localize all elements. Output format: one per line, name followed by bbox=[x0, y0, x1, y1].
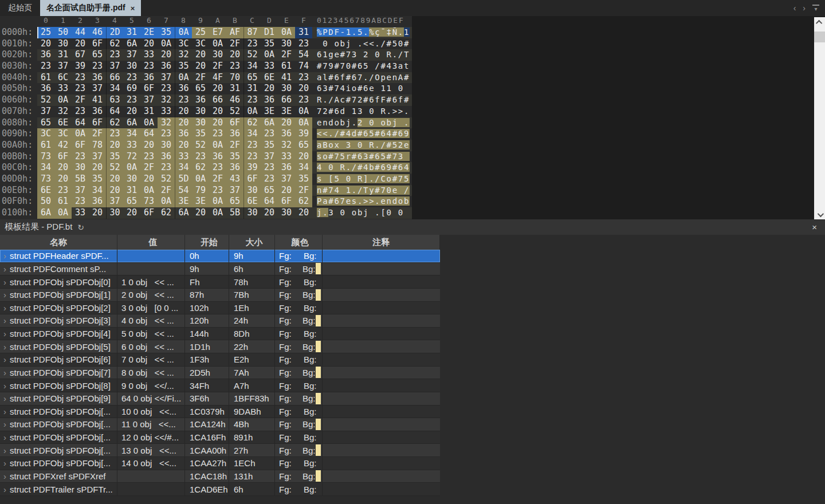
hex-byte[interactable]: 64 bbox=[261, 196, 278, 207]
hex-byte[interactable]: 37 bbox=[158, 72, 175, 84]
expand-chevron-icon[interactable]: › bbox=[0, 432, 10, 442]
hex-byte[interactable]: 30 bbox=[192, 117, 209, 129]
hex-byte[interactable]: 23 bbox=[89, 61, 106, 72]
hex-byte[interactable]: 3E bbox=[278, 106, 295, 117]
hex-byte[interactable]: 0A bbox=[243, 106, 261, 117]
hex-byte[interactable]: 23 bbox=[72, 196, 89, 207]
hex-byte[interactable]: 44 bbox=[72, 27, 89, 38]
hex-byte[interactable]: 73 bbox=[140, 196, 158, 207]
hex-byte[interactable]: 0A bbox=[209, 38, 226, 50]
ascii-text[interactable]: #79#70#65 /#43at bbox=[317, 61, 410, 72]
hex-byte[interactable]: 23 bbox=[295, 94, 312, 106]
table-row[interactable]: ›struct PDFTrailer sPDFTr...1CAD6Eh6hFg:… bbox=[0, 483, 440, 496]
scroll-down-button[interactable] bbox=[814, 210, 825, 219]
hex-byte[interactable]: 33 bbox=[72, 207, 89, 219]
hex-byte[interactable]: 23 bbox=[158, 83, 175, 94]
table-row[interactable]: ›struct PDFComment sP...9h6hFg:Bg: bbox=[0, 263, 440, 276]
table-row[interactable]: ›struct PDFObj sPDFObj[...11 0 obj <<...… bbox=[0, 418, 440, 431]
hex-byte[interactable]: 20 bbox=[278, 185, 295, 196]
hex-byte[interactable]: 6F bbox=[140, 207, 158, 219]
hex-byte[interactable]: 34 bbox=[123, 128, 140, 140]
hex-byte[interactable]: 35 bbox=[175, 61, 192, 72]
hex-row[interactable]: 0050h:3633233734696F23366520313120302063… bbox=[0, 83, 412, 94]
hex-byte[interactable]: 20 bbox=[140, 140, 158, 151]
ascii-text[interactable]: 61ge#73 2 0 R./T bbox=[317, 49, 410, 61]
hex-byte[interactable]: 62 bbox=[158, 207, 175, 219]
nav-back-icon[interactable]: ‹ bbox=[793, 3, 796, 13]
hex-byte[interactable]: 33 bbox=[175, 151, 192, 163]
hex-byte[interactable]: 2F bbox=[140, 162, 158, 174]
hex-byte[interactable]: 5D bbox=[175, 174, 192, 185]
hex-byte[interactable]: 23 bbox=[295, 38, 312, 50]
hex-byte[interactable]: 36 bbox=[192, 94, 209, 106]
hex-byte[interactable]: 3E bbox=[192, 196, 209, 207]
hex-byte[interactable]: 3C bbox=[175, 38, 192, 50]
hex-byte[interactable]: 30 bbox=[243, 185, 261, 196]
hex-byte[interactable]: 36 bbox=[37, 49, 54, 61]
hex-byte[interactable]: 0A bbox=[140, 117, 158, 129]
hex-byte[interactable]: 23 bbox=[72, 151, 89, 163]
column-header-5[interactable]: 注释 bbox=[323, 235, 440, 250]
hex-byte[interactable]: 23 bbox=[243, 94, 261, 106]
scroll-up-button[interactable] bbox=[814, 17, 825, 27]
hex-byte[interactable]: 23 bbox=[261, 128, 278, 140]
table-row[interactable]: ›struct PDFObj sPDFObj[4]5 0 obj << ...1… bbox=[0, 328, 440, 341]
hex-byte[interactable]: 65 bbox=[123, 196, 140, 207]
hex-byte[interactable]: 64 bbox=[106, 106, 123, 117]
hex-byte[interactable]: 30 bbox=[123, 61, 140, 72]
nav-forward-icon[interactable]: › bbox=[803, 3, 806, 13]
hex-byte[interactable]: 52 bbox=[226, 106, 243, 117]
expand-chevron-icon[interactable]: › bbox=[0, 458, 10, 468]
hex-byte[interactable]: 31 bbox=[54, 49, 72, 61]
column-header-4[interactable]: 颜色 bbox=[275, 235, 323, 250]
hex-byte[interactable]: 6F bbox=[278, 196, 295, 207]
hex-byte[interactable]: 33 bbox=[123, 140, 140, 151]
hex-byte[interactable]: 36 bbox=[209, 151, 226, 163]
hex-byte[interactable]: 23 bbox=[123, 94, 140, 106]
hex-byte[interactable]: 23 bbox=[54, 185, 72, 196]
hex-byte[interactable]: 6F bbox=[140, 83, 158, 94]
hex-byte[interactable]: 36 bbox=[158, 61, 175, 72]
hex-byte[interactable]: 0A bbox=[261, 49, 278, 61]
hex-byte[interactable]: 50 bbox=[54, 27, 72, 38]
hex-byte[interactable]: 3C bbox=[192, 38, 209, 50]
hex-byte[interactable]: 2F bbox=[278, 49, 295, 61]
hex-row[interactable]: 00E0h:6E23373420310A2F547923373065202Fn#… bbox=[0, 185, 412, 196]
hex-byte[interactable]: 36 bbox=[278, 162, 295, 174]
hex-byte[interactable]: 78 bbox=[89, 140, 106, 151]
hex-byte[interactable]: 65 bbox=[261, 185, 278, 196]
hex-row[interactable]: 0000h:255044462D312E350A25E7AF87D10A31%P… bbox=[0, 27, 412, 38]
column-header-2[interactable]: 开始 bbox=[185, 235, 229, 250]
hex-row[interactable]: 0080h:656E646F626A0A322030206F626A200Aen… bbox=[0, 117, 412, 129]
ascii-text[interactable]: R./Ac#72#6fF#6f# bbox=[317, 94, 410, 106]
hex-byte[interactable]: 65 bbox=[192, 83, 209, 94]
hex-byte[interactable]: 25 bbox=[37, 27, 54, 38]
hex-byte[interactable]: 20 bbox=[226, 49, 243, 61]
hex-byte[interactable]: 37 bbox=[89, 83, 106, 94]
hex-byte[interactable]: 36 bbox=[140, 72, 158, 84]
table-row[interactable]: ›struct PDFObj sPDFObj[...12 0 obj <</#.… bbox=[0, 431, 440, 444]
hex-byte[interactable]: 2F bbox=[72, 94, 89, 106]
ascii-text[interactable]: j.3 0 obj .[0 0 bbox=[317, 207, 410, 219]
hex-byte[interactable]: 20 bbox=[175, 140, 192, 151]
hex-byte[interactable]: 3E bbox=[175, 196, 192, 207]
hex-byte[interactable]: 23 bbox=[175, 94, 192, 106]
hex-byte[interactable]: 2F bbox=[226, 38, 243, 50]
hex-byte[interactable]: 6E bbox=[54, 117, 72, 129]
expand-chevron-icon[interactable]: › bbox=[0, 407, 10, 416]
hex-byte[interactable]: 33 bbox=[54, 83, 72, 94]
hex-byte[interactable]: 79 bbox=[192, 185, 209, 196]
hex-byte[interactable]: 69 bbox=[123, 83, 140, 94]
hex-byte[interactable]: 31 bbox=[123, 27, 140, 38]
hex-byte[interactable]: 23 bbox=[243, 151, 261, 163]
hex-byte[interactable]: 5B bbox=[72, 174, 89, 185]
hex-row[interactable]: 0100h:6A0A332030206F626A200A5B30203020j.… bbox=[0, 207, 412, 219]
hex-byte[interactable]: 54 bbox=[295, 49, 312, 61]
hex-byte[interactable]: 20 bbox=[123, 207, 140, 219]
hex-byte[interactable]: 67 bbox=[72, 49, 89, 61]
hex-byte[interactable]: 0A bbox=[72, 128, 89, 140]
table-row[interactable]: ›struct PDFObj sPDFObj[8]9 0 obj <</...3… bbox=[0, 379, 440, 392]
hex-byte[interactable]: 2F bbox=[89, 128, 106, 140]
hex-byte[interactable]: 36 bbox=[261, 94, 278, 106]
hex-byte[interactable]: 30 bbox=[278, 83, 295, 94]
